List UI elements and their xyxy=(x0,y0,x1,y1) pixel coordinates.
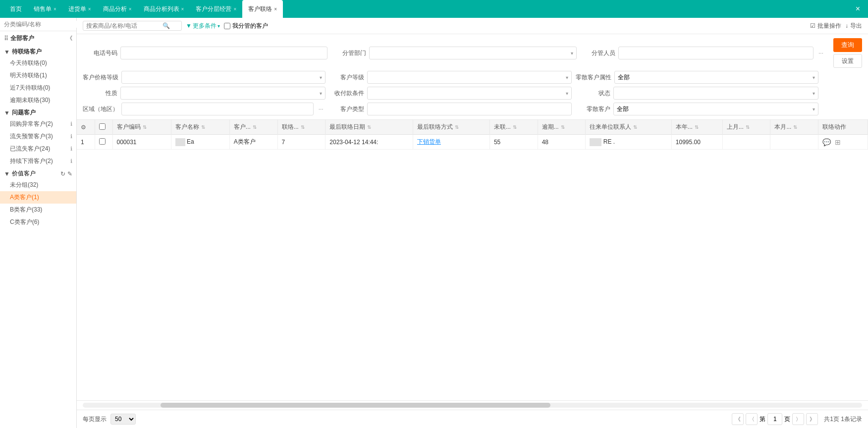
sidebar-item-tomorrow-pending[interactable]: 明天待联络(1) xyxy=(0,69,76,82)
tab-customer-segment-close[interactable]: × xyxy=(233,6,236,12)
col-overdue-label: 逾期... xyxy=(542,123,559,131)
next-group-btn[interactable]: 》 xyxy=(806,413,818,425)
sidebar-item-today-pending[interactable]: 今天待联络(0) xyxy=(0,57,76,69)
filter-my-customers[interactable]: 我分管的客户 xyxy=(224,22,268,30)
filter-more-btn[interactable]: ▼ 更多条件 ▾ xyxy=(186,22,220,30)
select-all-checkbox[interactable] xyxy=(99,123,106,130)
advanced-filter-panel: 电话号码 分管部门 ▾ 分管人员 ··· 查询 设置 xyxy=(77,34,868,120)
action-btns: 查询 设置 xyxy=(829,38,862,68)
filter-select-scattered-attr[interactable]: 全部 ▾ xyxy=(614,71,818,84)
filter-select-scattered[interactable]: 全部 ▾ xyxy=(613,103,818,115)
tab-customer-segment-label: 客户分层经营 xyxy=(196,5,231,13)
col-last-date-sort[interactable]: ⇅ xyxy=(367,124,371,130)
col-contact-person: 往来单位联系人 ⇅ xyxy=(586,120,671,135)
prev-group-btn[interactable]: 《 xyxy=(732,413,744,425)
page-number-input[interactable] xyxy=(767,413,782,425)
next-btn[interactable]: 〉 xyxy=(792,413,804,425)
sidebar-item-overdue-pending[interactable]: 逾期未联络(30) xyxy=(0,94,76,107)
sidebar-collapse-icon[interactable]: 《 xyxy=(67,35,72,42)
row-select-checkbox[interactable] xyxy=(99,138,106,145)
col-this-year-sort[interactable]: ⇅ xyxy=(695,124,699,130)
filter-select-dept[interactable]: ▾ xyxy=(369,47,576,59)
scroll-thumb[interactable] xyxy=(161,403,550,408)
grid-action-icon[interactable]: ⊞ xyxy=(835,138,841,146)
tab-customer-contact-close[interactable]: × xyxy=(274,6,277,12)
query-button[interactable]: 查询 xyxy=(833,38,862,52)
filter-select-price-level[interactable]: ▾ xyxy=(121,71,326,84)
col-last-contact-date-label: 最后联络日期 xyxy=(329,123,365,131)
edit-icon[interactable]: ✎ xyxy=(67,170,72,177)
col-name-sort[interactable]: ⇅ xyxy=(201,124,205,130)
sidebar-item-class-b[interactable]: B类客户(33) xyxy=(0,204,76,216)
last-method-link[interactable]: 下销货单 xyxy=(417,138,441,145)
filter-label-nature: 性质 xyxy=(83,89,117,98)
filter-select-payment[interactable]: ▾ xyxy=(367,87,572,100)
my-customers-checkbox[interactable] xyxy=(224,23,230,29)
window-close-btn[interactable]: × xyxy=(852,4,864,13)
filter-input-person[interactable] xyxy=(618,47,814,59)
prev-btn[interactable]: 〈 xyxy=(746,413,758,425)
tab-customer-contact[interactable]: 客户联络 × xyxy=(242,0,283,18)
filter-field-phone: 电话号码 xyxy=(83,47,327,59)
export-btn[interactable]: ↓ 导出 xyxy=(845,22,862,30)
tab-product-analysis-list[interactable]: 商品分析列表 × xyxy=(138,0,190,18)
filter-input-phone[interactable] xyxy=(120,47,327,59)
col-contact-count-sort[interactable]: ⇅ xyxy=(301,124,305,130)
my-customers-label: 我分管的客户 xyxy=(232,22,268,30)
refresh-icon[interactable]: ↻ xyxy=(60,170,65,177)
sidebar-item-repurchase-abnormal[interactable]: 回购异常客户(2) ℹ xyxy=(0,118,76,130)
info-icon-3: ℹ xyxy=(70,146,72,152)
sidebar-item-7day-pending[interactable]: 近7天待联络(0) xyxy=(0,82,76,94)
filter-search-icon[interactable]: 🔍 xyxy=(163,22,170,29)
filter-label-customer-level: 客户等级 xyxy=(329,73,364,82)
batch-operation-btn[interactable]: ☑ 批量操作 xyxy=(810,22,841,30)
col-this-month-sort[interactable]: ⇅ xyxy=(793,124,797,130)
tab-sales[interactable]: 销售单 × xyxy=(28,0,62,18)
chevron-icon: ▾ xyxy=(217,23,220,29)
filter-input-customer-type[interactable] xyxy=(367,103,572,115)
tab-product-analysis[interactable]: 商品分析 × xyxy=(97,0,138,18)
tab-customer-segment[interactable]: 客户分层经营 × xyxy=(190,0,242,18)
sidebar-item-churned[interactable]: 已流失客户(24) ℹ xyxy=(0,143,76,155)
tab-purchase-close[interactable]: × xyxy=(88,6,91,12)
col-last-month-sort[interactable]: ⇅ xyxy=(746,124,750,130)
col-code-sort[interactable]: ⇅ xyxy=(143,124,147,130)
col-contact-count: 联络... ⇅ xyxy=(277,120,326,135)
filter-select-customer-level[interactable]: ▾ xyxy=(367,71,572,84)
filter-label-person: 分管人员 xyxy=(581,49,615,57)
tab-product-analysis-list-close[interactable]: × xyxy=(181,6,184,12)
filter-select-nature[interactable]: ▾ xyxy=(120,87,326,100)
settings-button[interactable]: 设置 xyxy=(833,54,862,68)
filter-region-dots[interactable]: ··· xyxy=(317,106,326,112)
filter-input-region[interactable] xyxy=(121,103,314,115)
row-code: 000031 xyxy=(112,135,171,150)
col-overdue-sort[interactable]: ⇅ xyxy=(561,124,565,130)
dept-arrow: ▾ xyxy=(571,51,573,56)
filter-search-input[interactable] xyxy=(86,22,161,29)
tab-product-analysis-close[interactable]: × xyxy=(129,6,132,12)
info-icon-2: ℹ xyxy=(70,133,72,140)
col-type-sort[interactable]: ⇅ xyxy=(253,124,257,130)
col-contact-person-sort[interactable]: ⇅ xyxy=(633,124,637,130)
tab-home[interactable]: 首页 xyxy=(4,0,28,18)
tab-sales-close[interactable]: × xyxy=(54,6,56,12)
filter-person-dots[interactable]: ··· xyxy=(816,50,825,56)
tab-purchase[interactable]: 进货单 × xyxy=(62,0,97,18)
chat-icon[interactable]: 💬 xyxy=(822,138,831,146)
sidebar-item-unclassified[interactable]: 未分组(32) xyxy=(0,179,76,191)
sidebar-item-declining[interactable]: 持续下滑客户(2) ℹ xyxy=(0,155,76,167)
row-this-month xyxy=(770,135,818,150)
sidebar-search-input[interactable] xyxy=(4,21,78,28)
page-size-select[interactable]: 50 100 200 xyxy=(110,414,136,425)
filter-field-status: 状态 ▾ xyxy=(576,87,818,100)
settings-gear-icon[interactable]: ⚙ xyxy=(81,124,86,131)
sidebar-item-class-a[interactable]: A类客户(1) xyxy=(0,191,76,204)
sidebar-item-churn-warning[interactable]: 流失预警客户(3) ℹ xyxy=(0,130,76,143)
sidebar-all-customers-header[interactable]: ⠿ 全部客户 《 xyxy=(0,31,76,46)
col-uncontacted-sort[interactable]: ⇅ xyxy=(513,124,517,130)
filter-select-status[interactable]: ▾ xyxy=(613,87,818,100)
col-last-method-sort[interactable]: ⇅ xyxy=(455,124,459,130)
row-overdue: 48 xyxy=(538,135,586,150)
sidebar-item-class-c[interactable]: C类客户(6) xyxy=(0,216,76,228)
page-unit: 页 xyxy=(784,415,790,424)
